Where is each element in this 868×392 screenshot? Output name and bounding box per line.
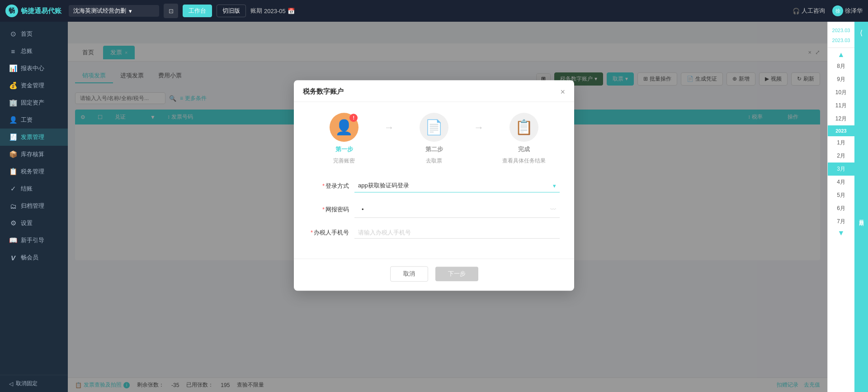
ledger-icon: ≡ [9, 48, 17, 55]
user-menu[interactable]: 徐 徐泽华 [832, 5, 863, 16]
sidebar-label-archive: 归档管理 [21, 202, 44, 210]
period-year-2023[interactable]: 2023 [828, 125, 854, 136]
logo-icon: 畅 [5, 5, 18, 17]
sidebar-label-settle: 结账 [21, 185, 33, 193]
calendar-icon[interactable]: 📅 [288, 8, 295, 14]
sidebar-item-archive[interactable]: 🗂 归档管理 [0, 197, 68, 215]
sidebar-item-home[interactable]: ⊙ 首页 [0, 25, 68, 43]
period-month-5[interactable]: 5月 [828, 189, 854, 202]
pin-toggle[interactable]: ◁ 取消固定 [0, 375, 68, 392]
period-month-1[interactable]: 1月 [828, 136, 854, 149]
dialog-form: 登录方式 app获取验证码登录 ▾ 网报密码 〰 办税人手机号 [308, 179, 560, 239]
assets-icon: 🏢 [9, 99, 17, 107]
period-month-11[interactable]: 11月 [828, 99, 854, 112]
period-month-6[interactable]: 6月 [828, 202, 854, 215]
notification-icon[interactable]: ⊡ [164, 4, 178, 18]
sidebar-label-reports: 报表中心 [21, 64, 44, 72]
sidebar-item-ledger[interactable]: ≡ 总账 [0, 43, 68, 60]
period-month-3[interactable]: 3月 [828, 163, 854, 176]
app-logo: 畅 畅捷通易代账 [5, 5, 64, 17]
password-input[interactable] [358, 204, 550, 215]
sidebar: ⊙ 首页 ≡ 总账 📊 报表中心 💰 资金管理 🏢 固定资产 👤 工资 🧾 发票… [0, 22, 68, 392]
sidebar-item-finance[interactable]: 💰 资金管理 [0, 77, 68, 94]
period-month-10[interactable]: 10月 [828, 86, 854, 99]
sidebar-item-payroll[interactable]: 👤 工资 [0, 111, 68, 129]
phone-row: 办税人手机号 [308, 227, 560, 239]
sidebar-label-guide: 新手引导 [21, 236, 44, 244]
workspace-button[interactable]: 工作台 [183, 5, 212, 17]
sidebar-item-inventory[interactable]: 📦 库存核算 [0, 146, 68, 163]
open-invoice-date-button[interactable]: ⟨ [854, 25, 868, 40]
sidebar-label-payroll: 工资 [21, 116, 33, 124]
invoice-icon: 🧾 [9, 133, 17, 141]
period-scroll-down[interactable]: ▼ [838, 229, 845, 237]
step-arrow-2: → [470, 122, 488, 134]
support-label: 人工咨询 [802, 7, 825, 15]
step-1-icon-wrap: 👤 ! [330, 113, 359, 142]
sidebar-item-guide[interactable]: 📖 新手引导 [0, 232, 68, 249]
password-input-wrap: 〰 [354, 201, 560, 218]
step-3-label: 完成 [518, 145, 530, 153]
step-2-label: 第二步 [425, 145, 443, 153]
settle-icon: ✓ [9, 185, 17, 193]
archive-icon: 🗂 [9, 202, 17, 210]
next-button[interactable]: 下一步 [435, 267, 478, 281]
step-2-icon-wrap: 📄 [420, 113, 448, 142]
sidebar-item-settings[interactable]: ⚙ 设置 [0, 215, 68, 232]
step-2-desc: 去取票 [426, 157, 442, 165]
period-month-8[interactable]: 8月 [828, 60, 854, 73]
sidebar-label-member: 畅会员 [21, 253, 38, 262]
sidebar-item-tax[interactable]: 📋 税务管理 [0, 163, 68, 180]
arrow-2-icon: → [474, 122, 484, 134]
right-action-panel: ⟨ 开票日期 [854, 22, 868, 392]
company-selector[interactable]: 沈海英测试经营勿删 ▾ [69, 5, 159, 17]
phone-input[interactable] [354, 227, 560, 239]
app-name: 畅捷通易代账 [21, 7, 61, 15]
support-button[interactable]: 🎧 人工咨询 [793, 7, 825, 15]
open-invoice-date-label: 开票日期 [858, 216, 865, 218]
topbar: 畅 畅捷通易代账 沈海英测试经营勿删 ▾ ⊡ 工作台 切旧版 账期 2023-0… [0, 0, 868, 22]
sidebar-item-member[interactable]: V 畅会员 [0, 249, 68, 266]
step-2: 📄 第二步 去取票 [398, 113, 470, 165]
period-range-end: 2023.03 [831, 35, 851, 45]
switch-version-button[interactable]: 切旧版 [217, 5, 246, 17]
eye-toggle-icon[interactable]: 〰 [550, 206, 556, 213]
login-method-select[interactable]: app获取验证码登录 ▾ [354, 179, 560, 192]
step-1-desc: 完善账密 [333, 157, 355, 165]
reports-icon: 📊 [9, 64, 17, 72]
user-name: 徐泽华 [845, 7, 863, 15]
period-range-start: 2023.03 [831, 25, 851, 35]
arrow-1-icon: → [384, 122, 394, 134]
tax-digital-dialog: 税务数字账户 × 👤 ! 第一步 完善账密 → 📄 [294, 80, 574, 291]
sidebar-item-reports[interactable]: 📊 报表中心 [0, 60, 68, 77]
sidebar-label-home: 首页 [21, 30, 33, 38]
sidebar-item-invoice[interactable]: 🧾 发票管理 [0, 129, 68, 146]
settings-icon: ⚙ [9, 219, 17, 227]
period-month-9[interactable]: 9月 [828, 73, 854, 86]
step-3-icon: 📋 [515, 119, 533, 136]
password-row: 网报密码 〰 [308, 201, 560, 218]
password-label: 网报密码 [308, 206, 349, 214]
period-month-12[interactable]: 12月 [828, 112, 854, 125]
sidebar-item-assets[interactable]: 🏢 固定资产 [0, 94, 68, 111]
phone-label: 办税人手机号 [308, 229, 349, 237]
pin-icon: ◁ [9, 381, 13, 387]
topbar-right: 🎧 人工咨询 徐 徐泽华 [793, 5, 863, 16]
period-month-2[interactable]: 2月 [828, 149, 854, 163]
home-icon: ⊙ [9, 30, 17, 38]
sidebar-label-finance: 资金管理 [21, 81, 44, 90]
company-dropdown-icon: ▾ [129, 8, 132, 14]
period-month-4[interactable]: 4月 [828, 176, 854, 189]
cancel-button[interactable]: 取消 [390, 266, 428, 282]
sidebar-label-invoice: 发票管理 [21, 133, 44, 141]
sidebar-item-settle[interactable]: ✓ 结账 [0, 180, 68, 197]
period-panel: 2023.03 2023.03 ▲ 8月 9月 10月 11月 12月 2023… [827, 22, 854, 392]
step-3: 📋 完成 查看具体任务结果 [488, 113, 560, 165]
period-month-7[interactable]: 7月 [828, 215, 854, 228]
sidebar-label-assets: 固定资产 [21, 99, 44, 107]
step-2-icon: 📄 [425, 119, 443, 136]
dialog-close-button[interactable]: × [560, 88, 565, 96]
chevron-left-icon: ⟨ [860, 29, 863, 37]
period-label: 账期 [250, 7, 262, 15]
period-scroll-up[interactable]: ▲ [838, 51, 845, 59]
